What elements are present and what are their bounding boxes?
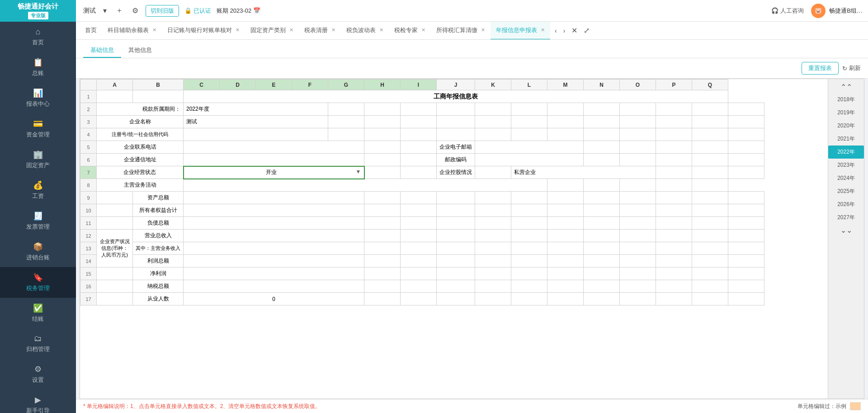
- col-header-d[interactable]: D: [220, 80, 256, 90]
- report-icon: 📊: [33, 88, 43, 98]
- period-label: 账期 2023-02 📅: [217, 7, 260, 15]
- col-header-l[interactable]: L: [511, 80, 547, 90]
- col-header-i[interactable]: I: [401, 80, 437, 90]
- total-assets-value[interactable]: [184, 192, 364, 204]
- year-2018[interactable]: 2018年: [828, 93, 864, 106]
- close-tab-income-tax[interactable]: ✕: [481, 27, 485, 33]
- tab-home[interactable]: 首页: [80, 22, 102, 40]
- subtab-other[interactable]: 其他信息: [121, 43, 159, 58]
- close-tab-annual-report[interactable]: ✕: [541, 27, 545, 33]
- year-2021[interactable]: 2021年: [828, 132, 864, 145]
- tab-prev-btn[interactable]: ‹: [552, 25, 560, 36]
- close-tab-tax-return[interactable]: ✕: [331, 27, 335, 33]
- col-header-a[interactable]: A: [97, 80, 133, 90]
- expand-btn[interactable]: ⤢: [581, 25, 592, 36]
- year-2022[interactable]: 2022年: [828, 145, 864, 159]
- add-tab-btn[interactable]: ＋: [114, 4, 125, 17]
- close-all-tabs-btn[interactable]: ✕: [569, 25, 580, 36]
- postcode-value[interactable]: [475, 154, 584, 166]
- sub-tab-bar: 基础信息 其他信息: [76, 40, 868, 58]
- company-dropdown-btn[interactable]: ▾: [101, 5, 108, 17]
- settings-gear-btn[interactable]: ⚙: [130, 5, 140, 17]
- year-2023[interactable]: 2023年: [828, 159, 864, 172]
- col-header-j[interactable]: J: [437, 80, 475, 90]
- year-2025[interactable]: 2025年: [828, 185, 864, 198]
- spreadsheet[interactable]: A B C D E F G H I J K L M: [80, 79, 828, 399]
- sidebar-item-tax[interactable]: 🔖 税务管理: [0, 267, 76, 298]
- col-header-e[interactable]: E: [256, 80, 292, 90]
- service-btn[interactable]: 🎧 人工咨询: [771, 7, 804, 15]
- tab-aux-balance[interactable]: 科目辅助余额表 ✕: [102, 22, 162, 40]
- col-header-m[interactable]: M: [547, 80, 584, 90]
- equity-value[interactable]: [184, 204, 364, 217]
- profit-total-value[interactable]: [184, 255, 364, 268]
- year-scroll-up-btn[interactable]: ⌃⌃: [839, 81, 854, 93]
- subtab-basic[interactable]: 基础信息: [83, 43, 121, 58]
- col-header-b[interactable]: B: [133, 80, 184, 90]
- sidebar-item-fund[interactable]: 💳 资金管理: [0, 113, 76, 144]
- tel-value[interactable]: [184, 141, 364, 154]
- close-tab-tax-fluctuation[interactable]: ✕: [379, 27, 383, 33]
- sidebar-item-general-ledger[interactable]: 📋 总账: [0, 52, 76, 83]
- sidebar-item-purchase-sale[interactable]: 📦 进销台账: [0, 236, 76, 267]
- sidebar-item-report-center[interactable]: 📊 报表中心: [0, 83, 76, 113]
- email-value[interactable]: [475, 141, 584, 154]
- debt-value[interactable]: [184, 217, 364, 230]
- col-header-q[interactable]: Q: [692, 80, 728, 90]
- sidebar-item-home[interactable]: ⌂ 首页: [0, 22, 76, 52]
- year-2020[interactable]: 2020年: [828, 119, 864, 132]
- col-header-h[interactable]: H: [364, 80, 401, 90]
- year-2027[interactable]: 2027年: [828, 211, 864, 224]
- col-header-c[interactable]: C: [184, 80, 220, 90]
- tax-total-value[interactable]: [184, 280, 364, 293]
- tab-fixed-asset-category[interactable]: 固定资产类别 ✕: [245, 22, 299, 40]
- col-header-p[interactable]: P: [656, 80, 692, 90]
- period-value-cell[interactable]: 2022年度: [184, 103, 328, 116]
- close-tab-journal-bank[interactable]: ✕: [236, 27, 240, 33]
- tab-income-tax[interactable]: 所得税汇算清缴 ✕: [431, 22, 491, 40]
- main-revenue-value[interactable]: [184, 242, 364, 255]
- tab-next-btn[interactable]: ›: [561, 25, 568, 36]
- employees-value[interactable]: 0: [184, 293, 364, 305]
- tab-tax-expert[interactable]: 税检专家 ✕: [389, 22, 431, 40]
- close-tab-fixed-asset-category[interactable]: ✕: [289, 27, 293, 33]
- tab-nav: ‹ › ✕ ⤢: [552, 25, 592, 36]
- col-header-k[interactable]: K: [475, 80, 511, 90]
- year-2024[interactable]: 2024年: [828, 172, 864, 185]
- sidebar-item-guide[interactable]: ▶ 新手引导: [0, 390, 76, 413]
- main-biz-value[interactable]: [184, 179, 547, 192]
- sidebar-item-fixed-assets[interactable]: 🏢 固定资产: [0, 144, 76, 175]
- tab-annual-report[interactable]: 年报信息申报表 ✕: [491, 22, 550, 40]
- revenue-total-value[interactable]: [184, 230, 364, 242]
- sidebar-item-archive[interactable]: 🗂 归档管理: [0, 329, 76, 359]
- close-tab-tax-expert[interactable]: ✕: [421, 27, 425, 33]
- year-2019[interactable]: 2019年: [828, 106, 864, 119]
- reset-report-btn[interactable]: 重置报表: [802, 62, 839, 75]
- control-situation-value[interactable]: 私营企业: [511, 166, 656, 179]
- company-value-cell[interactable]: 测试: [184, 116, 328, 128]
- year-2026[interactable]: 2026年: [828, 198, 864, 211]
- company-name: 测试: [83, 7, 96, 15]
- sidebar-item-invoice[interactable]: 🧾 发票管理: [0, 206, 76, 236]
- col-header-n[interactable]: N: [584, 80, 620, 90]
- close-tab-aux-balance[interactable]: ✕: [152, 27, 156, 33]
- table-row: 10 所有者权益合计: [80, 204, 764, 217]
- tab-tax-return[interactable]: 税表清册 ✕: [299, 22, 341, 40]
- col-header-g[interactable]: G: [328, 80, 364, 90]
- reg-num-value[interactable]: [184, 128, 328, 141]
- net-profit-value[interactable]: [184, 268, 364, 280]
- biz-status-value[interactable]: 开业 ▼: [184, 166, 364, 179]
- sidebar-item-salary[interactable]: 💰 工资: [0, 175, 76, 206]
- sidebar-item-settlement[interactable]: ✅ 结账: [0, 298, 76, 329]
- refresh-btn[interactable]: ↻ 刷新: [842, 64, 861, 72]
- year-scroll-down-btn[interactable]: ⌄⌄: [839, 224, 854, 236]
- tab-journal-bank[interactable]: 日记账与银行对账单核对 ✕: [162, 22, 245, 40]
- col-header-o[interactable]: O: [620, 80, 656, 90]
- col-header-f[interactable]: F: [292, 80, 328, 90]
- dropdown-arrow-icon: ▼: [356, 169, 361, 175]
- switch-version-btn[interactable]: 切到旧版: [146, 5, 179, 17]
- toolbar: 重置报表 ↻ 刷新: [76, 58, 868, 79]
- tab-tax-fluctuation[interactable]: 税负波动表 ✕: [341, 22, 389, 40]
- sidebar-item-settings[interactable]: ⚙ 设置: [0, 359, 76, 390]
- address-value[interactable]: [184, 154, 364, 166]
